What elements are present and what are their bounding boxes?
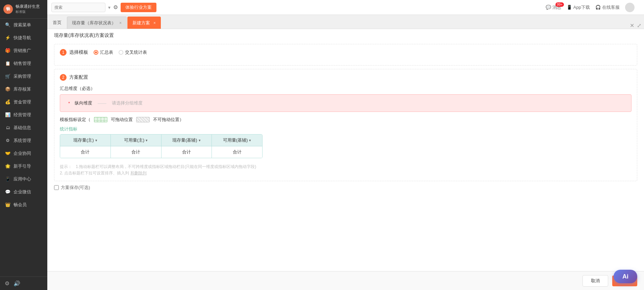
col-cell-0-0: 合计 (60, 146, 111, 158)
radio-summary-label: 汇总表 (100, 49, 113, 55)
col-header-0-label: 现存量(主) (73, 137, 94, 143)
col-header-1[interactable]: 可用量(主) ▾ (111, 135, 162, 146)
section1-title: 选择模板 (69, 49, 88, 55)
sidebar-wechat-label: 企业微信 (14, 189, 31, 195)
chat-icon: 💬 (5, 189, 11, 195)
sidebar-item-contract[interactable]: 🤝 企业协同 (0, 147, 47, 160)
message-badge: 99+ (555, 2, 564, 7)
col-header-3[interactable]: 可用量(基辅) ▾ (212, 135, 262, 146)
col-header-0[interactable]: 现存量(主) ▾ (60, 135, 111, 146)
sidebar-footer: ⚙ 🔊 (0, 276, 47, 290)
radio-cross-label: 交叉统计表 (125, 49, 147, 55)
user-avatar[interactable] (625, 3, 635, 12)
sidebar-item-member[interactable]: 👑 畅会员 (0, 198, 47, 211)
dropdown-icon[interactable]: ▾ (108, 5, 110, 10)
tab-new-scheme[interactable]: 新建方案 × (127, 17, 161, 29)
sidebar: 畅 畅康通好生意 标准版 🔍 搜索菜单 ⚡ 快捷导航 🎁 营销推广 📋 销售管理… (0, 0, 47, 290)
tab-inventory-close-icon[interactable]: × (119, 21, 122, 25)
radio-cross[interactable]: 交叉统计表 (119, 49, 147, 55)
sidebar-finance-label: 资金管理 (14, 99, 31, 105)
speaker-footer-icon[interactable]: 🔊 (14, 280, 20, 287)
col-cell-0-1: 合计 (111, 146, 162, 158)
topbar-left: ▾ ⚙ 体验行业方案 (51, 3, 543, 12)
dimension-label: 汇总维度（必选） (60, 86, 631, 92)
col-header-3-chevron: ▾ (249, 138, 251, 143)
tips-item1: 1.拖动标题栏可以调整布局，不可跨维度或指标区域拖动栏目(只能在同一维度或指标区… (76, 164, 256, 169)
section2-header: 2 方案配置 (60, 74, 631, 81)
crown-icon: 👑 (5, 202, 11, 208)
sidebar-item-operations[interactable]: 📊 经营管理 (0, 108, 47, 121)
dimension-row: * 纵向维度 —— 请选择分组维度 (68, 100, 623, 106)
save-option-row: 方案保存(可选) (54, 185, 637, 191)
section-template: 1 选择模板 汇总表 交叉统计表 (54, 44, 637, 66)
logo-icon: 畅 (3, 4, 13, 14)
sidebar-operations-label: 经营管理 (14, 112, 31, 118)
tips-delete-link[interactable]: 和删除列 (130, 171, 147, 175)
tab-inventory[interactable]: 现存量（库存状况表） × (67, 17, 127, 29)
sidebar-item-newbie[interactable]: 🌟 新手引导 (0, 160, 47, 173)
sidebar-item-appcenter[interactable]: 📱 应用中心 (0, 173, 47, 186)
sidebar-item-finance[interactable]: 💰 资金管理 (0, 96, 47, 108)
tab-new-scheme-close-icon[interactable]: × (153, 21, 156, 25)
message-icon: 💬 (546, 5, 551, 10)
trial-industry-button[interactable]: 体验行业方案 (121, 3, 156, 12)
radio-summary-dot (95, 51, 97, 53)
app-download-button[interactable]: 📱 App下载 (567, 4, 590, 10)
clipboard-icon: 📋 (5, 61, 11, 67)
folder-icon: 🗂 (5, 125, 11, 131)
app-name: 畅康通好生意 (16, 4, 40, 9)
fixed-indicator (136, 117, 150, 122)
stats-table-row-0: 合计 合计 合计 合计 (60, 146, 262, 158)
tips-label: 提示： 1.拖动标题栏可以调整布局，不可跨维度或指标区域拖动栏目(只能在同一维度… (60, 164, 256, 169)
online-service-button[interactable]: 🎧 在线客服 (595, 4, 620, 10)
sidebar-quicknav-label: 快捷导航 (14, 35, 31, 41)
col-header-2[interactable]: 现存量(基辅) ▾ (162, 135, 212, 146)
sidebar-scroll: 🔍 搜索菜单 ⚡ 快捷导航 🎁 营销推广 📋 销售管理 🛒 采购管理 📦 库存核… (0, 19, 47, 276)
tips-item2: 2. 点击标题栏下拉可设置排序、插入列 和删除列 (60, 170, 631, 176)
dimension-box[interactable]: * 纵向维度 —— 请选择分组维度 (60, 94, 631, 112)
headset-icon: 🎧 (595, 5, 601, 10)
panel-controls: ✕ ⤢ (630, 22, 644, 29)
sidebar-sales-label: 销售管理 (14, 61, 31, 67)
sidebar-marketing-label: 营销推广 (14, 48, 31, 54)
expand-panel-button[interactable]: ⤢ (637, 22, 641, 29)
save-checkbox[interactable] (54, 185, 59, 190)
radio-summary-circle (94, 50, 98, 55)
movable-label: 可拖动位置 (111, 117, 133, 123)
sidebar-item-search[interactable]: 🔍 搜索菜单 (0, 19, 47, 31)
tab-new-scheme-label: 新建方案 (132, 20, 150, 26)
mobile-dl-icon: 📱 (567, 5, 572, 10)
sidebar-item-basic[interactable]: 🗂 基础信息 (0, 121, 47, 134)
topbar-search-input[interactable] (51, 3, 105, 12)
mobile-icon: 📱 (5, 176, 11, 182)
close-panel-button[interactable]: ✕ (630, 22, 634, 29)
sidebar-item-marketing[interactable]: 🎁 营销推广 (0, 44, 47, 57)
save-option-label: 方案保存(可选) (61, 185, 90, 191)
sidebar-item-system[interactable]: ⚙ 系统管理 (0, 134, 47, 147)
stats-label: 统计指标 (60, 126, 631, 132)
tab-home[interactable]: 首页 (47, 17, 67, 29)
message-button[interactable]: 💬 消息 99+ (546, 4, 561, 10)
star-icon: 🌟 (5, 163, 11, 169)
service-label: 在线客服 (602, 4, 620, 10)
sidebar-item-sales[interactable]: 📋 销售管理 (0, 57, 47, 70)
logo-info: 畅康通好生意 标准版 (16, 4, 40, 14)
section1-num: 1 (60, 49, 67, 56)
ai-fab-button[interactable]: Ai (614, 270, 637, 283)
sidebar-inventory-label: 库存核算 (14, 86, 31, 92)
stats-table-header: 现存量(主) ▾ 可用量(主) ▾ 现存量(基辅) ▾ 可用量(基辅) (60, 135, 262, 146)
fixed-label: 不可拖动位置） (153, 117, 184, 123)
sidebar-item-inventory[interactable]: 📦 库存核算 (0, 83, 47, 96)
sidebar-item-quicknav[interactable]: ⚡ 快捷导航 (0, 31, 47, 44)
sidebar-item-wechat[interactable]: 💬 企业微信 (0, 186, 47, 198)
sidebar-purchase-label: 采购管理 (14, 73, 31, 79)
topbar-gear-icon[interactable]: ⚙ (113, 4, 118, 10)
settings-footer-icon[interactable]: ⚙ (5, 280, 9, 287)
sidebar-item-purchase[interactable]: 🛒 采购管理 (0, 70, 47, 83)
sidebar-system-label: 系统管理 (14, 138, 31, 144)
radio-summary[interactable]: 汇总表 (94, 49, 113, 55)
cancel-button[interactable]: 取消 (583, 275, 608, 287)
tips-section: 提示： 1.拖动标题栏可以调整布局，不可跨维度或指标区域拖动栏目(只能在同一维度… (60, 164, 631, 176)
tips-item2-prefix: 2. 点击标题栏下拉可设置排序、插入列 (60, 171, 129, 175)
main-area: ▾ ⚙ 体验行业方案 💬 消息 99+ 📱 App下载 🎧 在线客服 首页 (47, 0, 644, 290)
